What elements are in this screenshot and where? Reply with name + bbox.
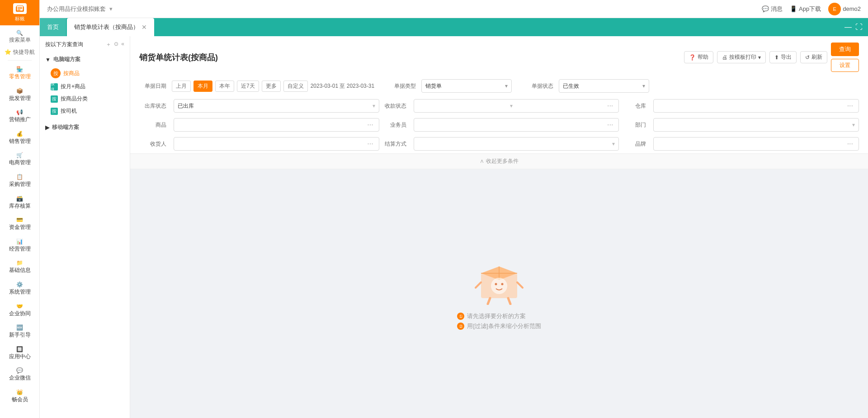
topbar-dropdown-icon[interactable]: ▾ <box>109 5 113 12</box>
scheme-mobile-title[interactable]: ▶ 移动端方案 <box>40 121 130 134</box>
topbar-left: 办公用品行业模拟账套 ▾ <box>47 5 113 13</box>
staff-dots[interactable]: ··· <box>605 121 615 129</box>
tabbar-right-actions: — ⛶ <box>844 23 868 31</box>
sidebar-item-inventory[interactable]: 🗃️ 库存核算 <box>0 192 39 214</box>
svg-point-11 <box>501 283 504 285</box>
message-btn[interactable]: 💬 消息 <box>762 5 783 13</box>
tab-home[interactable]: 首页 <box>40 18 66 36</box>
payment-select[interactable]: ▾ <box>414 137 619 151</box>
tab-maximize-icon[interactable]: ⛶ <box>855 23 863 31</box>
collapse-filters-btn[interactable]: ∧ 收起更多条件 <box>130 153 868 169</box>
sidebar-item-system-label: 系统管理 <box>9 289 31 296</box>
sidebar-item-ecommerce[interactable]: 🛒 电商管理 <box>0 148 39 170</box>
sidebar-item-wholesale[interactable]: 📦 批发管理 <box>0 84 39 106</box>
svg-line-13 <box>508 298 510 304</box>
refresh-btn[interactable]: ↺ 刷新 <box>800 51 827 63</box>
empty-state-image <box>467 255 531 305</box>
sidebar-item-sales[interactable]: 💰 销售管理 <box>0 127 39 149</box>
sidebar-item-finance[interactable]: 💳 资金管理 <box>0 213 39 235</box>
sidebar-item-marketing[interactable]: 📢 营销推广 <box>0 105 39 127</box>
tab-sales-stats-label: 销货单统计表（按商品） <box>74 23 139 31</box>
sidebar-item-apps[interactable]: 🔲 应用中心 <box>0 342 39 364</box>
page-title: 销货单统计表(按商品) <box>139 52 218 63</box>
warehouse-label: 仓库 <box>619 102 646 110</box>
system-icon: ⚙️ <box>16 281 23 288</box>
sidebar-item-member[interactable]: 👑 畅会员 <box>0 385 39 407</box>
date-btn-more[interactable]: 更多 <box>262 81 281 92</box>
left-panel-icons: ＋ ⊙ « <box>106 41 124 48</box>
scheme-item-by-goods[interactable]: 按 按商品 <box>40 66 130 81</box>
filter-row-3: 商品 ··· 业务员 ··· 部门 <box>130 115 868 134</box>
user-avatar-area[interactable]: E demo2 <box>828 3 861 15</box>
sidebar-item-enterprise[interactable]: 🤝 企业协同 <box>0 299 39 321</box>
goods-select[interactable]: ··· <box>174 118 379 132</box>
scheme-item-by-month-goods[interactable]: 按月 按月+商品 <box>40 81 130 93</box>
expand-triangle: ▼ <box>45 57 51 63</box>
help-btn[interactable]: ❓ 帮助 <box>684 51 713 63</box>
sidebar-item-guide[interactable]: 🆕 新手引导 <box>0 321 39 342</box>
tab-sales-stats[interactable]: 销货单统计表（按商品） ✕ <box>67 18 154 36</box>
filter-out-status: 出库状态 已出库 ▾ <box>139 99 379 113</box>
status-label: 单据状态 <box>526 82 553 90</box>
print-btn[interactable]: 🖨 按模板打印 ▾ <box>717 51 766 63</box>
by-goods-label: 按商品 <box>63 70 80 77</box>
sidebar-item-retail[interactable]: 🏪 零售管理 <box>0 62 39 84</box>
sidebar-item-purchase[interactable]: 📋 采购管理 <box>0 170 39 192</box>
dept-label: 部门 <box>619 121 646 129</box>
sidebar-item-basic[interactable]: 📁 基础信息 <box>0 256 39 278</box>
filter-payment: 结算方式 ▾ <box>379 137 619 151</box>
payment-caret: ▾ <box>612 141 615 147</box>
sidebar-item-finance-label: 资金管理 <box>9 224 31 231</box>
sidebar-item-operation[interactable]: 📊 经营管理 <box>0 235 39 256</box>
collapse-scheme-icon[interactable]: « <box>121 41 124 48</box>
query-button[interactable]: 查询 <box>831 43 859 56</box>
warehouse-select[interactable]: ··· <box>653 99 859 113</box>
date-btn-custom[interactable]: 自定义 <box>283 81 308 92</box>
brand-dots[interactable]: ··· <box>845 140 855 148</box>
filter-row-2: 出库状态 已出库 ▾ 收款状态 ▾ ··· <box>130 96 868 115</box>
date-btn-7days[interactable]: 近7天 <box>237 81 259 92</box>
date-btn-this-year[interactable]: 本年 <box>215 81 234 92</box>
brand-select[interactable]: ··· <box>653 137 859 151</box>
sidebar-search[interactable]: 🔍 消息 搜索菜单 <box>0 25 39 46</box>
collapse-label: ∧ 收起更多条件 <box>480 158 518 164</box>
receiver-dots[interactable]: ··· <box>365 140 375 148</box>
out-status-select[interactable]: 已出库 ▾ <box>174 99 379 113</box>
scheme-item-by-category[interactable]: 按 按商品分类 <box>40 93 130 105</box>
scheme-item-by-driver[interactable]: 按 按司机 <box>40 105 130 117</box>
sidebar-item-apps-label: 应用中心 <box>9 353 31 361</box>
receiver-select[interactable]: ··· <box>174 137 379 151</box>
page-header: 销货单统计表(按商品) ❓ 帮助 🖨 按模板打印 ▾ ⬆ 导出 <box>130 36 868 76</box>
sidebar-item-inventory-label: 库存核算 <box>9 203 31 210</box>
edit-scheme-icon[interactable]: ⊙ <box>114 41 118 48</box>
app-download-btn[interactable]: 📱 App下载 <box>790 5 821 13</box>
page-actions: ❓ 帮助 🖨 按模板打印 ▾ ⬆ 导出 ↺ 刷新 <box>684 43 859 72</box>
receipt-status-dots[interactable]: ··· <box>605 102 615 110</box>
type-select[interactable]: 销货单 ▾ <box>421 79 512 93</box>
staff-select[interactable]: ··· <box>414 118 619 132</box>
by-driver-icon: 按 <box>51 108 58 115</box>
tab-minimize-icon[interactable]: — <box>844 23 852 31</box>
dept-select[interactable]: ▾ <box>653 118 859 132</box>
sidebar-item-wechat[interactable]: 💬 企业微信 <box>0 364 39 385</box>
logo-icon <box>13 3 27 14</box>
add-scheme-icon[interactable]: ＋ <box>106 41 111 48</box>
date-btn-last-month[interactable]: 上月 <box>172 81 191 92</box>
logo-text: 标账 <box>15 15 25 22</box>
sidebar-nav-quick[interactable]: ⭐ 快捷导航 <box>0 46 39 58</box>
receiver-label: 收货人 <box>139 140 166 148</box>
goods-dots[interactable]: ··· <box>365 121 375 129</box>
avatar: E <box>828 3 841 15</box>
warehouse-dots[interactable]: ··· <box>845 102 855 110</box>
filter-staff: 业务员 ··· <box>379 118 619 132</box>
date-btn-this-month[interactable]: 本月 <box>193 81 212 92</box>
receipt-status-select[interactable]: ▾ ··· <box>414 99 619 113</box>
status-select[interactable]: 已生效 ▾ <box>559 79 649 93</box>
settings-button[interactable]: 设置 <box>831 59 859 72</box>
tab-close-icon[interactable]: ✕ <box>142 24 147 31</box>
export-btn[interactable]: ⬆ 导出 <box>769 51 797 63</box>
scheme-pc-title[interactable]: ▼ 电脑端方案 <box>40 53 130 66</box>
left-panel-title: 按以下方案查询 <box>45 41 83 48</box>
sidebar-item-system[interactable]: ⚙️ 系统管理 <box>0 278 39 299</box>
filter-brand: 品牌 ··· <box>619 137 859 151</box>
